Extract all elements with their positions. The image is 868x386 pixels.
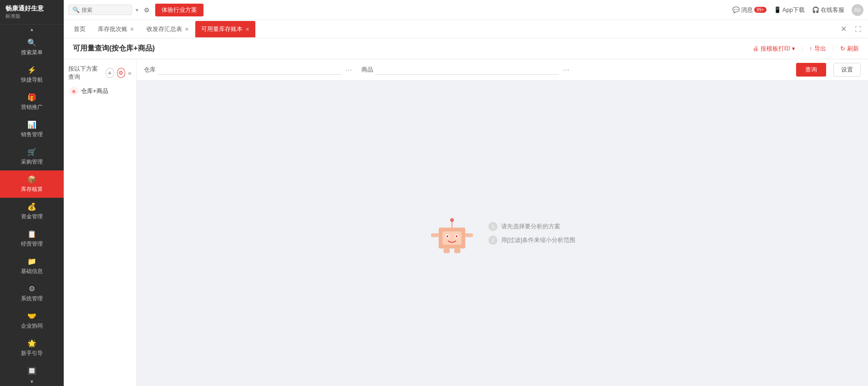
fields-and-actions: 仓库 ··· 商品 ··· 查询 设置	[137, 59, 868, 386]
sidebar-item-shortcut[interactable]: ⚡ 快捷导航	[0, 61, 64, 88]
tab-inventory-batch[interactable]: 库存批次账 ×	[92, 21, 140, 37]
mobile-icon: 📱	[774, 6, 781, 13]
settings-icon[interactable]: ⚙	[144, 6, 150, 14]
sidebar-logo: 畅康通好生意 标准版	[0, 0, 64, 25]
warehouse-icon: ⊕	[72, 89, 76, 94]
trial-button[interactable]: 体验行业方案	[155, 4, 203, 16]
online-service-btn[interactable]: 🎧 在线客服	[812, 6, 844, 14]
fields-row: 仓库 ··· 商品 ··· 查询 设置	[137, 59, 868, 81]
print-icon: 🖨	[753, 45, 759, 52]
collapse-icon[interactable]: «	[128, 69, 132, 77]
sidebar-item-system[interactable]: ⚙ 系统管理	[0, 280, 64, 307]
sidebar-item-label: 经营管理	[21, 240, 43, 248]
add-scheme-btn[interactable]: +	[106, 68, 114, 78]
print-dropdown-icon[interactable]: ▾	[792, 45, 795, 52]
tab-home[interactable]: 首页	[68, 21, 91, 37]
hint-num-2: 2	[488, 236, 497, 245]
sidebar-item-label: 资金管理	[21, 213, 43, 221]
logo-sub: 标准版	[5, 13, 58, 20]
export-label: 导出	[814, 45, 826, 53]
search-icon: 🔍	[72, 6, 80, 13]
svg-rect-10	[444, 248, 450, 253]
filter-left-panel: 按以下方案查询 + ⚙ « ⊕ 仓库+商品	[64, 59, 137, 386]
sidebar-item-label: 库存核算	[21, 185, 43, 193]
hint-item-2: 2 用[过滤]条件来缩小分析范围	[488, 236, 575, 245]
filter-scheme-label: 按以下方案查询	[68, 65, 103, 81]
sidebar-item-label: 基础信息	[21, 268, 43, 275]
newbie-icon: 🌟	[27, 339, 36, 348]
export-btn[interactable]: ↑ 导出	[809, 45, 826, 53]
sidebar-item-purchase[interactable]: 🛒 采购管理	[0, 143, 64, 170]
sidebar-item-inventory[interactable]: 📦 库存核算	[0, 170, 64, 198]
notification-label: 消息	[741, 6, 753, 14]
search-menu-icon: 🔍	[27, 38, 36, 47]
operations-icon: 📋	[27, 230, 36, 238]
app-download-btn[interactable]: 📱 App下载	[774, 6, 805, 14]
topbar: 🔍 ▾ ⚙ 体验行业方案 💬 消息 99+ 📱 App下载 🎧 在线客服 R	[64, 0, 868, 20]
sidebar-scroll-down[interactable]: ▼	[0, 377, 64, 386]
warehouse-more-icon[interactable]: ···	[344, 65, 354, 75]
sidebar-item-label: 营销推广	[21, 103, 43, 111]
tab-label: 库存批次账	[98, 25, 127, 33]
avatar: Rit	[852, 4, 863, 16]
apps-icon: 🔲	[27, 366, 36, 375]
tab-available-inventory[interactable]: 可用量库存账本 ×	[195, 21, 255, 37]
scheme-label: 仓库+商品	[81, 87, 108, 95]
svg-rect-9	[465, 233, 473, 237]
system-icon: ⚙	[27, 284, 36, 293]
logo-title: 畅康通好生意	[5, 5, 58, 13]
close-tab-btn[interactable]: ✕	[837, 23, 850, 36]
tab-close-icon[interactable]: ×	[130, 26, 134, 32]
sidebar-item-enterprise[interactable]: 🤝 企业协同	[0, 307, 64, 335]
sidebar-item-label: 快捷导航	[21, 76, 43, 84]
svg-point-7	[450, 218, 454, 222]
hint-text-1: 请先选择要分析的方案	[501, 222, 560, 231]
hint-list: 1 请先选择要分析的方案 2 用[过滤]条件来缩小分析范围	[488, 222, 575, 245]
tab-close-icon[interactable]: ×	[245, 26, 249, 32]
sidebar-item-search[interactable]: 🔍 搜索菜单	[0, 34, 64, 61]
tab-close-icon[interactable]: ×	[185, 26, 188, 32]
sidebar-item-label: 新手引导	[21, 350, 43, 357]
sidebar-item-capital[interactable]: 💰 资金管理	[0, 198, 64, 225]
dropdown-chevron-icon[interactable]: ▾	[136, 7, 138, 13]
settings-button[interactable]: 设置	[833, 63, 861, 77]
goods-more-icon[interactable]: ···	[561, 65, 571, 75]
topbar-right: 💬 消息 99+ 📱 App下载 🎧 在线客服 Rit	[732, 4, 863, 16]
query-button[interactable]: 查询	[796, 63, 826, 77]
goods-input[interactable]	[375, 65, 559, 75]
svg-rect-8	[431, 233, 439, 237]
home-tab-label: 首页	[74, 25, 86, 33]
topbar-search-box[interactable]: 🔍	[68, 5, 132, 15]
sidebar-item-label: 销售管理	[21, 131, 43, 139]
tab-label: 可用量库存账本	[201, 25, 243, 33]
sidebar-item-apps[interactable]: 🔲 应用中心	[0, 362, 64, 377]
sidebar-scroll-up[interactable]: ▲	[0, 25, 64, 34]
search-input[interactable]	[81, 7, 118, 13]
refresh-label: 刷新	[847, 45, 859, 53]
hint-item-1: 1 请先选择要分析的方案	[488, 222, 575, 231]
scheme-warehouse-goods[interactable]: ⊕ 仓库+商品	[64, 84, 136, 98]
online-service-label: 在线客服	[821, 6, 844, 14]
expand-btn[interactable]: ⛶	[852, 23, 864, 36]
sidebar-item-sales[interactable]: 📊 销售管理	[0, 116, 64, 143]
tab-receipt-summary[interactable]: 收发存汇总表 ×	[141, 21, 194, 37]
goods-label: 商品	[361, 66, 373, 74]
refresh-btn[interactable]: ↻ 刷新	[840, 45, 859, 53]
sidebar-item-label: 企业协同	[21, 322, 43, 330]
basic-icon: 📁	[27, 257, 36, 266]
user-menu[interactable]: Rit	[852, 4, 863, 16]
empty-illustration	[429, 211, 475, 256]
sidebar-item-basic[interactable]: 📁 基础信息	[0, 252, 64, 280]
page-title: 可用量查询(按仓库+商品)	[73, 44, 155, 53]
edit-scheme-btn[interactable]: ⚙	[117, 68, 126, 78]
sidebar-item-newbie[interactable]: 🌟 新手引导	[0, 335, 64, 362]
sidebar-item-operations[interactable]: 📋 经营管理	[0, 225, 64, 252]
tab-label: 收发存汇总表	[147, 25, 182, 33]
sidebar-item-marketing[interactable]: 🎁 营销推广	[0, 88, 64, 116]
warehouse-field-group: 仓库 ···	[144, 65, 354, 75]
empty-container: 1 请先选择要分析的方案 2 用[过滤]条件来缩小分析范围	[429, 211, 575, 256]
print-btn[interactable]: 🖨 按模板打印 ▾	[753, 45, 795, 53]
warehouse-input[interactable]	[157, 65, 342, 75]
notification-btn[interactable]: 💬 消息 99+	[732, 6, 766, 14]
refresh-icon: ↻	[840, 45, 845, 52]
